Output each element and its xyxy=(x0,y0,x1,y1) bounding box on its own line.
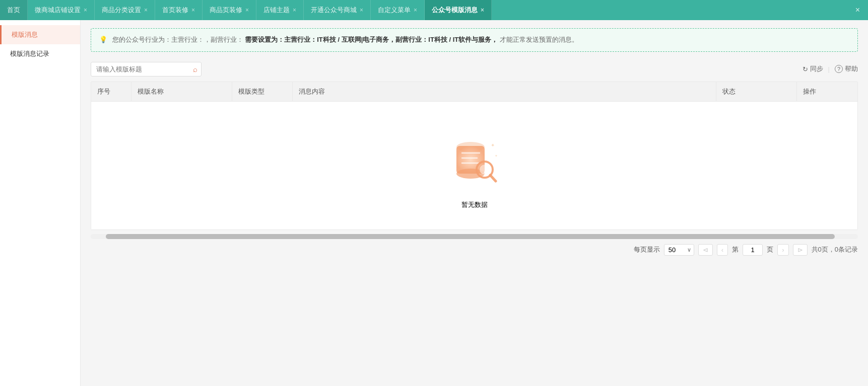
help-icon: ? xyxy=(835,65,843,73)
sidebar-item-template-msg[interactable]: 模版消息 xyxy=(0,25,80,44)
empty-illustration: ✦ ✦ xyxy=(444,132,505,192)
svg-text:✦: ✦ xyxy=(495,154,498,158)
main-layout: 模版消息 模版消息记录 💡 您的公众号行业为：主营行业：，副营行业： 需要设置为… xyxy=(0,20,868,386)
th-name: 模版名称 xyxy=(131,82,232,101)
th-status: 状态 xyxy=(716,82,797,101)
nav-tab-category-label: 商品分类设置 xyxy=(102,6,141,15)
nav-tab-custom-menu-label: 自定义菜单 xyxy=(378,6,411,15)
search-icon: ⌕ xyxy=(193,65,197,73)
nav-tab-open-wechat-close[interactable]: × xyxy=(360,7,363,14)
nav-tab-category-close[interactable]: × xyxy=(144,7,148,14)
nav-tab-open-wechat[interactable]: 开通公众号商城 × xyxy=(304,0,371,20)
top-nav: 首页 微商城店铺设置 × 商品分类设置 × 首页装修 × 商品页装修 × 店铺主… xyxy=(0,0,868,20)
svg-line-8 xyxy=(490,175,496,181)
nav-tab-category[interactable]: 商品分类设置 × xyxy=(95,0,155,20)
nav-tab-product-decor-close[interactable]: × xyxy=(245,7,249,14)
notice-highlight: 需要设置为：主营行业：IT科技 / 互联网|电子商务，副营行业：IT科技 / I… xyxy=(245,36,498,43)
sidebar-item-template-msg-label: 模版消息 xyxy=(12,31,38,38)
table-header: 序号 模版名称 模版类型 消息内容 状态 操作 xyxy=(91,82,857,102)
page-prefix: 第 xyxy=(732,245,739,254)
search-button[interactable]: ⌕ xyxy=(193,65,197,73)
nav-tab-shop-setting-label: 微商城店铺设置 xyxy=(35,6,81,15)
scrollbar-thumb[interactable] xyxy=(106,234,835,239)
nav-tab-shop-setting[interactable]: 微商城店铺设置 × xyxy=(28,0,95,20)
th-seq: 序号 xyxy=(91,82,131,101)
pagination: 每页显示 50 20 100 ⊲ ‹ 第 页 › ⊳ 共0页，0条记录 xyxy=(91,244,858,256)
nav-tab-open-wechat-label: 开通公众号商城 xyxy=(311,6,357,15)
nav-tab-template-msg-label: 公众号模版消息 xyxy=(432,6,478,15)
nav-tab-shop-theme-label: 店铺主题 xyxy=(263,6,290,15)
empty-state: ✦ ✦ 暂无数据 xyxy=(91,102,857,229)
per-page-select-wrap: 50 20 100 xyxy=(664,244,694,256)
nav-tab-template-msg-close[interactable]: × xyxy=(481,7,484,14)
data-table: 序号 模版名称 模版类型 消息内容 状态 操作 xyxy=(91,82,858,230)
toolbar-right: ↻ 同步 | ? 帮助 xyxy=(803,64,858,73)
sync-label: 同步 xyxy=(810,64,823,73)
svg-point-7 xyxy=(480,165,490,175)
total-info: 共0页，0条记录 xyxy=(812,245,858,254)
page-suffix: 页 xyxy=(767,245,773,254)
toolbar-divider: | xyxy=(828,65,830,73)
notice-suffix: 才能正常发送预置的消息。 xyxy=(500,36,578,43)
svg-text:✦: ✦ xyxy=(491,142,495,148)
nav-tab-custom-menu-close[interactable]: × xyxy=(414,7,417,14)
th-type: 模版类型 xyxy=(232,82,293,101)
nav-tab-home-label: 首页 xyxy=(7,6,20,15)
empty-text: 暂无数据 xyxy=(461,200,488,209)
nav-tab-custom-menu[interactable]: 自定义菜单 × xyxy=(371,0,425,20)
search-input[interactable] xyxy=(91,62,202,76)
page-first-button[interactable]: ⊲ xyxy=(698,244,713,256)
sidebar: 模版消息 模版消息记录 xyxy=(0,20,81,386)
notice-prefix: 您的公众号行业为：主营行业：，副营行业： xyxy=(112,36,243,43)
nav-tab-shop-theme[interactable]: 店铺主题 × xyxy=(256,0,304,20)
sync-button[interactable]: ↻ 同步 xyxy=(803,64,823,73)
per-page-select[interactable]: 50 20 100 xyxy=(664,244,694,256)
nav-tab-template-msg[interactable]: 公众号模版消息 × xyxy=(425,0,492,20)
nav-tab-shop-setting-close[interactable]: × xyxy=(84,7,87,14)
per-page-label: 每页显示 xyxy=(634,245,660,254)
nav-close-all-button[interactable]: × xyxy=(847,6,868,15)
notice-icon: 💡 xyxy=(99,36,107,43)
nav-tab-product-decor-label: 商品页装修 xyxy=(210,6,242,15)
page-number-input[interactable] xyxy=(743,244,763,256)
th-action: 操作 xyxy=(797,82,857,101)
sidebar-item-template-record[interactable]: 模版消息记录 xyxy=(0,44,80,63)
help-label: 帮助 xyxy=(845,64,858,73)
horizontal-scrollbar[interactable] xyxy=(91,234,858,239)
search-bar: ⌕ ↻ 同步 | ? 帮助 xyxy=(91,62,858,76)
search-input-wrap: ⌕ xyxy=(91,62,202,76)
content-area: 💡 您的公众号行业为：主营行业：，副营行业： 需要设置为：主营行业：IT科技 /… xyxy=(81,20,868,386)
sidebar-item-template-record-label: 模版消息记录 xyxy=(10,50,49,57)
nav-tab-home[interactable]: 首页 xyxy=(0,0,28,20)
nav-tab-shop-theme-close[interactable]: × xyxy=(293,7,296,14)
notice-banner: 💡 您的公众号行业为：主营行业：，副营行业： 需要设置为：主营行业：IT科技 /… xyxy=(91,28,858,52)
page-next-button[interactable]: › xyxy=(777,244,788,256)
sync-icon: ↻ xyxy=(803,65,808,73)
page-last-button[interactable]: ⊳ xyxy=(793,244,808,256)
help-button[interactable]: ? 帮助 xyxy=(835,64,858,73)
nav-tab-product-decor[interactable]: 商品页装修 × xyxy=(203,0,256,20)
page-prev-button[interactable]: ‹ xyxy=(717,244,728,256)
nav-tab-home-decor-label: 首页装修 xyxy=(162,6,188,15)
nav-tab-home-decor-close[interactable]: × xyxy=(191,7,195,14)
th-content: 消息内容 xyxy=(293,82,716,101)
nav-tab-home-decor[interactable]: 首页装修 × xyxy=(155,0,203,20)
